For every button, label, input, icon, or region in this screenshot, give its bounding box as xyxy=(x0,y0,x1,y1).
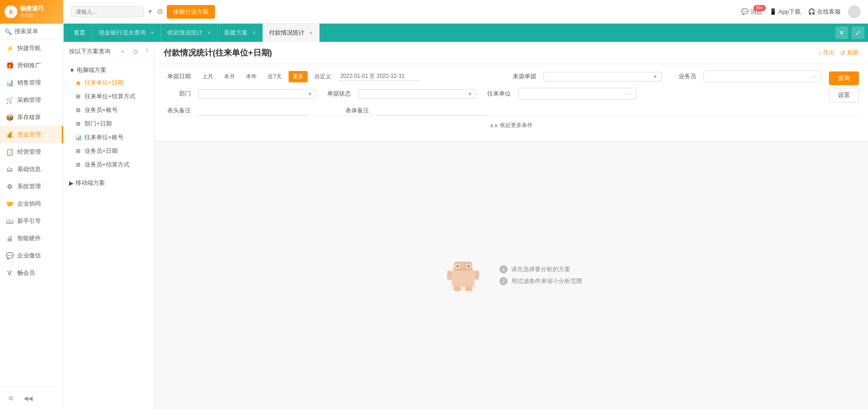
sidebar-item-quick-nav[interactable]: ⚡快捷导航 xyxy=(0,40,63,57)
dropdown-icon[interactable]: ▼ xyxy=(147,8,153,15)
date-last-month[interactable]: 上月 xyxy=(198,71,217,82)
sidebar-item-marketing[interactable]: 🎁营销推广 xyxy=(0,57,63,74)
mobile-scheme-group: ▶ 移动端方案 xyxy=(64,174,154,192)
close-tab-icon[interactable]: ✕ xyxy=(835,26,848,39)
tab-close-bank-flow[interactable]: ✕ xyxy=(150,30,154,35)
online-service-item[interactable]: 🎧 在线客服 xyxy=(808,8,841,16)
scheme-icon-staff-settle: ⊞ xyxy=(75,161,82,168)
tab-new-scheme[interactable]: 新建方案✕ xyxy=(218,24,263,42)
sidebar-item-member[interactable]: V畅会员 xyxy=(0,264,63,282)
scheme-item-unit-date[interactable]: ◉往来单位+日期 xyxy=(64,76,154,90)
nav-icon-base-info: 🗂 xyxy=(5,165,14,173)
add-scheme-icon[interactable]: ＋ xyxy=(118,46,128,56)
sidebar-item-base-info[interactable]: 🗂基础信息 xyxy=(0,161,63,178)
scheme-label-unit-account: 往来单位+账号 xyxy=(85,133,124,141)
hint-text-1: 请先选择要分析的方案 xyxy=(511,265,570,273)
right-content: 付款情况统计(往来单位+日期) ↑ 导出 ↺ 刷新 xyxy=(155,42,868,409)
left-panel: 按以下方案查询 ＋ ⊙ 《 ▼ 电脑端方案 ◉往来单位+日期⊞往来单位+结算方式… xyxy=(64,42,155,409)
settings-button[interactable]: 设置 xyxy=(829,88,859,102)
tab-close-payment-stats[interactable]: ✕ xyxy=(309,30,313,35)
scheme-item-unit-settle[interactable]: ⊞往来单位+结算方式 xyxy=(64,90,154,103)
tab-bank-flow[interactable]: 现金银行流水查询✕ xyxy=(92,24,161,42)
sidebar-item-capital[interactable]: 💰资金管理 xyxy=(0,126,63,143)
nav-label-purchase: 采购管理 xyxy=(17,96,41,104)
date-more[interactable]: 更多 xyxy=(289,71,308,82)
maximize-icon[interactable]: ⤢ xyxy=(852,26,864,39)
export-button[interactable]: ↑ 导出 xyxy=(818,49,835,57)
tab-close-receipts-stats[interactable]: ✕ xyxy=(207,30,211,35)
sidebar-item-operation[interactable]: 📋经营管理 xyxy=(0,143,63,161)
collapse-panel-icon[interactable]: 《 xyxy=(143,46,149,56)
sidebar-item-smart-hw[interactable]: 🖨智能硬件 xyxy=(0,230,63,247)
scheme-item-staff-date[interactable]: ⊞业务员+日期 xyxy=(64,144,154,158)
nav-label-enterprise: 企业协同 xyxy=(17,200,41,208)
staff-more-icon[interactable]: ··· xyxy=(809,73,818,80)
desktop-group-label: 电脑端方案 xyxy=(77,66,106,74)
source-doc-select[interactable]: ▼ xyxy=(544,72,662,81)
refresh-icon: ↺ xyxy=(840,50,845,56)
sidebar-item-purchase[interactable]: 🛒采购管理 xyxy=(0,91,63,109)
desktop-group-header[interactable]: ▼ 电脑端方案 xyxy=(64,64,154,76)
nav-label-quick-nav: 快捷导航 xyxy=(17,44,41,52)
sidebar-header: 6 畅捷通巧 标准版 xyxy=(0,0,63,24)
date-control: 上月 本月 本年 近7天 更多 自定义 xyxy=(198,71,502,82)
date-range-input[interactable] xyxy=(338,72,419,81)
body-note-input[interactable] xyxy=(376,105,485,116)
nav-label-newbie: 新手引导 xyxy=(17,217,41,225)
nav-icon-newbie: 📖 xyxy=(5,217,14,225)
collapse-icon: ∧∧ xyxy=(490,122,498,129)
date-this-month[interactable]: 本月 xyxy=(220,71,239,82)
collapse-sidebar-icon[interactable]: ◀◀ xyxy=(22,392,35,404)
tab-payment-stats[interactable]: 付款情况统计✕ xyxy=(263,24,319,42)
settings-icon[interactable]: ⚙ xyxy=(157,7,163,16)
scheme-item-unit-account[interactable]: 📊往来单位+账号 xyxy=(64,131,154,144)
filter-area: 单据日期 上月 本月 本年 近7天 更多 自定义 来源单据 xyxy=(155,64,868,141)
sidebar-item-inventory[interactable]: 📦库存核算 xyxy=(0,109,63,126)
date-7days[interactable]: 近7天 xyxy=(264,71,286,82)
svg-rect-1 xyxy=(452,268,474,287)
date-custom[interactable]: 自定义 xyxy=(310,71,335,82)
doc-status-select[interactable]: ▼ xyxy=(358,89,476,99)
message-item[interactable]: 💬 消息 99+ xyxy=(741,8,762,16)
sidebar-item-system[interactable]: ⚙系统管理 xyxy=(0,178,63,195)
header-note-input[interactable] xyxy=(198,105,307,116)
settings-icon[interactable]: ⚙ xyxy=(5,392,17,404)
tabbar-actions: ✕⤢ xyxy=(835,26,864,39)
refresh-button[interactable]: ↺ 刷新 xyxy=(840,49,859,57)
scheme-item-staff-account[interactable]: ⊞业务员+账号 xyxy=(64,103,154,117)
tab-home[interactable]: 首页 xyxy=(67,24,92,42)
mobile-group-header[interactable]: ▶ 移动端方案 xyxy=(64,177,154,189)
staff-select[interactable]: ··· xyxy=(703,71,822,82)
topbar-left: ▼ ⚙ 体验行业方案 xyxy=(71,5,736,19)
trial-button[interactable]: 体验行业方案 xyxy=(167,5,215,19)
tab-receipts-stats[interactable]: 收款情况统计✕ xyxy=(161,24,218,42)
user-avatar[interactable] xyxy=(848,5,861,18)
collapse-more-button[interactable]: ∧∧ 收起更多条件 xyxy=(484,120,538,131)
tabbar: 首页现金银行流水查询✕收款情况统计✕新建方案✕付款情况统计✕✕⤢ xyxy=(64,24,868,42)
scheme-item-dept-date[interactable]: ⊞部门+日期 xyxy=(64,117,154,131)
query-button[interactable]: 查询 xyxy=(829,71,859,85)
scheme-item-staff-settle[interactable]: ⊞业务员+结算方式 xyxy=(64,158,154,172)
search-input[interactable] xyxy=(71,6,144,17)
dept-select[interactable]: ▼ xyxy=(198,89,316,99)
export-icon: ↑ xyxy=(818,50,822,56)
sidebar-item-sales[interactable]: 📊销售管理 xyxy=(0,74,63,91)
app-download-item[interactable]: 📱 App下载 xyxy=(769,8,801,16)
sidebar-search[interactable]: 🔍 搜索菜单 xyxy=(0,24,63,40)
mobile-group-label: 移动端方案 xyxy=(75,179,105,187)
partner-more-icon[interactable]: ··· xyxy=(624,90,632,97)
app-icon: 📱 xyxy=(769,8,777,15)
partner-select[interactable]: ··· xyxy=(518,88,636,100)
page-title: 付款情况统计(往来单位+日期) xyxy=(164,47,818,58)
sidebar-footer: ⚙ ◀◀ xyxy=(0,387,63,409)
sidebar-item-enterprise[interactable]: 🤝企业协同 xyxy=(0,195,63,212)
nav-label-smart-hw: 智能硬件 xyxy=(17,234,41,242)
svg-point-5 xyxy=(456,265,459,268)
empty-hint-1: 1 请先选择要分析的方案 xyxy=(499,265,582,273)
tab-close-new-scheme[interactable]: ✕ xyxy=(252,30,256,35)
sidebar-item-weixin[interactable]: 💬企业微信 xyxy=(0,247,63,264)
date-this-year[interactable]: 本年 xyxy=(242,71,261,82)
empty-content: 1 请先选择要分析的方案 2 用过滤条件来缩小分析范围 xyxy=(440,252,582,298)
sidebar-item-newbie[interactable]: 📖新手引导 xyxy=(0,212,63,230)
scheme-settings-icon[interactable]: ⊙ xyxy=(130,46,140,56)
